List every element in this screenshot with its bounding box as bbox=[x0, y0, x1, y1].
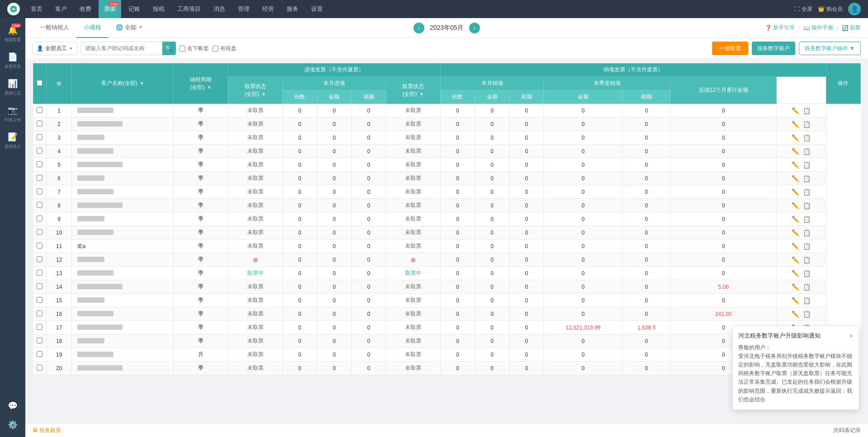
manual-btn[interactable]: 📖 操作手册 bbox=[803, 24, 833, 32]
check-ledger-label[interactable]: 名下帐套 bbox=[179, 45, 209, 52]
row-checkbox[interactable] bbox=[37, 243, 42, 249]
next-period-btn[interactable]: › bbox=[469, 23, 480, 33]
row-checkbox[interactable] bbox=[37, 121, 42, 127]
row-checkbox[interactable] bbox=[37, 297, 42, 303]
tax-policy-link[interactable]: 🏛 税务政策 bbox=[33, 427, 61, 434]
row-checkbox[interactable] bbox=[37, 148, 42, 154]
copy-icon[interactable]: 📋 bbox=[803, 229, 811, 236]
prev-period-btn[interactable]: ‹ bbox=[414, 23, 425, 33]
tab-general-taxpayer[interactable]: 一般纳税人 bbox=[33, 18, 76, 38]
edit-icon[interactable]: ✏️ bbox=[792, 107, 799, 114]
edit-icon[interactable]: ✏️ bbox=[792, 243, 799, 250]
copy-icon[interactable]: 📋 bbox=[803, 283, 811, 291]
new-guide-btn[interactable]: ❓ 新手引导 bbox=[765, 24, 795, 32]
row-checkbox[interactable] bbox=[37, 216, 42, 221]
nav-item-bookkeeping[interactable]: 记账 bbox=[123, 0, 146, 18]
search-button[interactable]: 🔍 bbox=[162, 42, 176, 55]
row-checkbox[interactable] bbox=[37, 202, 42, 208]
edit-icon[interactable]: ✏️ bbox=[792, 229, 799, 236]
edit-icon[interactable]: ✏️ bbox=[792, 121, 799, 128]
edit-icon[interactable]: ✏️ bbox=[792, 148, 799, 155]
edit-icon[interactable]: ✏️ bbox=[792, 310, 799, 318]
sidebar-item-chat[interactable]: 💬 bbox=[2, 397, 24, 414]
row-checkbox[interactable] bbox=[37, 338, 42, 343]
edit-icon[interactable]: ✏️ bbox=[792, 188, 799, 196]
row-checkbox[interactable] bbox=[37, 161, 42, 167]
row-checkbox[interactable] bbox=[37, 324, 42, 330]
employee-select[interactable]: 👤 全部员工 ▼ bbox=[33, 42, 77, 55]
row-checkbox[interactable] bbox=[37, 188, 42, 194]
copy-icon[interactable]: 📋 bbox=[803, 256, 811, 263]
refresh-label: 刷新 bbox=[850, 24, 861, 32]
copy-icon[interactable]: 📋 bbox=[803, 310, 811, 318]
notif-close-btn[interactable]: × bbox=[849, 332, 853, 339]
edit-icon[interactable]: ✏️ bbox=[792, 175, 799, 182]
nav-item-message[interactable]: 消息 bbox=[208, 0, 231, 18]
sidebar-item-invoice-entry[interactable]: 📝 票据录入 bbox=[2, 128, 24, 153]
copy-icon[interactable]: 📋 bbox=[803, 107, 811, 114]
tab-all[interactable]: 🌐 全能 ▼ bbox=[108, 18, 150, 38]
copy-icon[interactable]: 📋 bbox=[803, 188, 811, 196]
edit-icon[interactable]: ✏️ bbox=[792, 161, 799, 169]
copy-icon[interactable]: 📋 bbox=[803, 202, 811, 209]
row-in-status-cell: 未取票 bbox=[228, 117, 283, 131]
check-ledger-checkbox[interactable] bbox=[179, 46, 185, 52]
tax-digital-btn[interactable]: 税务数字账户 bbox=[752, 42, 795, 55]
row-checkbox-cell bbox=[33, 199, 47, 212]
row-out-tax-cell: 0 bbox=[509, 131, 544, 145]
fullscreen-btn[interactable]: ⛶ 全屏 bbox=[794, 5, 812, 13]
nav-item-invoice[interactable]: 票据 new bbox=[99, 0, 121, 18]
copy-icon[interactable]: 📋 bbox=[803, 121, 811, 128]
nav-item-service[interactable]: 服务 bbox=[281, 0, 304, 18]
edit-icon[interactable]: ✏️ bbox=[792, 270, 799, 277]
nav-item-bizproject[interactable]: 工商项目 bbox=[172, 0, 206, 18]
tab-small-scale[interactable]: 小规模 bbox=[76, 18, 108, 38]
sidebar-item-settings[interactable]: ⚙️ bbox=[2, 416, 24, 433]
sidebar-item-invoice-summary[interactable]: 📊 票据汇总 bbox=[2, 75, 24, 100]
edit-icon[interactable]: ✏️ bbox=[792, 134, 799, 141]
check-tax-checkbox[interactable] bbox=[212, 46, 218, 52]
user-avatar[interactable]: 👤 bbox=[848, 3, 861, 15]
edit-icon[interactable]: ✏️ bbox=[792, 202, 799, 209]
nav-item-home[interactable]: 首页 bbox=[25, 0, 48, 18]
sidebar-item-smart-fetch[interactable]: 🔔 智能取票 new bbox=[2, 22, 24, 47]
copy-icon[interactable]: 📋 bbox=[803, 175, 811, 182]
tax-digital-ops-btn[interactable]: 税务数字账户操作 ▼ bbox=[799, 42, 861, 55]
sidebar-item-scan-upload[interactable]: 📷 扫描上传 bbox=[2, 102, 24, 127]
nav-item-fee[interactable]: 收费 bbox=[74, 0, 97, 18]
copy-icon[interactable]: 📋 bbox=[803, 161, 811, 169]
refresh-btn[interactable]: 🔄 刷新 bbox=[842, 24, 861, 32]
copy-icon[interactable]: 📋 bbox=[803, 216, 811, 223]
nav-item-customer[interactable]: 客户 bbox=[50, 0, 72, 18]
one-click-fetch-btn[interactable]: 一键取票 bbox=[712, 42, 748, 55]
nav-item-tax[interactable]: 报税 bbox=[147, 0, 170, 18]
row-checkbox[interactable] bbox=[37, 134, 42, 140]
row-checkbox[interactable] bbox=[37, 229, 42, 235]
edit-icon[interactable]: ✏️ bbox=[792, 256, 799, 263]
edit-icon[interactable]: ✏️ bbox=[792, 216, 799, 223]
edit-icon[interactable]: ✏️ bbox=[792, 297, 799, 304]
row-checkbox[interactable] bbox=[37, 283, 42, 289]
row-checkbox[interactable] bbox=[37, 365, 42, 371]
edit-icon[interactable]: ✏️ bbox=[792, 283, 799, 291]
row-checkbox[interactable] bbox=[37, 270, 42, 276]
copy-icon[interactable]: 📋 bbox=[803, 148, 811, 155]
check-tax-label[interactable]: 有税盘 bbox=[212, 45, 236, 52]
row-checkbox[interactable] bbox=[37, 256, 42, 262]
nav-item-operations[interactable]: 经营 bbox=[257, 0, 279, 18]
row-checkbox[interactable] bbox=[37, 351, 42, 357]
copy-icon[interactable]: 📋 bbox=[803, 134, 811, 141]
sidebar-item-open-invoice[interactable]: 📄 发票开具 bbox=[2, 48, 24, 73]
nav-item-manage[interactable]: 管理 bbox=[232, 0, 255, 18]
row-checkbox[interactable] bbox=[37, 310, 42, 316]
search-input[interactable] bbox=[81, 42, 162, 55]
copy-icon[interactable]: 📋 bbox=[803, 297, 811, 304]
copy-icon[interactable]: 📋 bbox=[803, 243, 811, 250]
nav-item-settings[interactable]: 设置 bbox=[306, 0, 328, 18]
row-in-status-cell: 取票中 bbox=[228, 267, 283, 280]
copy-icon[interactable]: 📋 bbox=[803, 270, 811, 277]
vip-btn[interactable]: 👑 购会员 bbox=[818, 5, 843, 13]
row-checkbox[interactable] bbox=[37, 107, 42, 113]
row-checkbox[interactable] bbox=[37, 175, 42, 181]
select-all-checkbox[interactable] bbox=[37, 80, 42, 86]
